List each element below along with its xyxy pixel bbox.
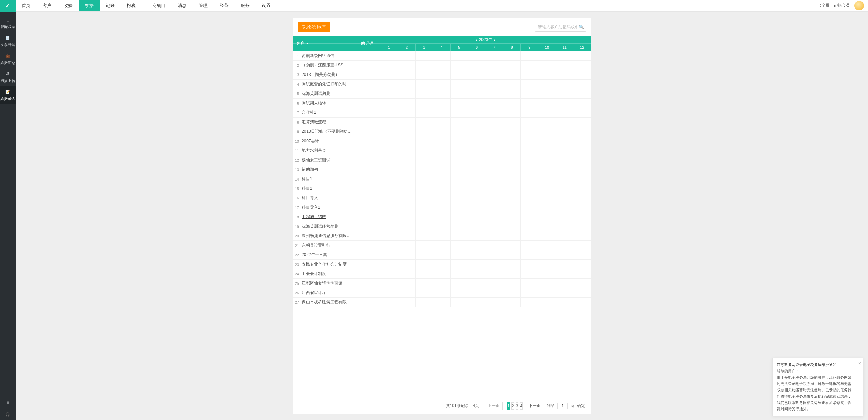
cell[interactable] (468, 212, 486, 222)
cell[interactable] (468, 203, 486, 212)
cell[interactable] (538, 51, 556, 60)
cell[interactable] (538, 61, 556, 70)
cell[interactable] (451, 250, 468, 259)
cell[interactable] (398, 155, 416, 165)
cell[interactable] (538, 231, 556, 240)
cell[interactable] (468, 174, 486, 184)
cell[interactable] (433, 51, 451, 60)
sidebar-download[interactable]: 🖥 (0, 397, 16, 408)
cell[interactable] (556, 108, 574, 117)
cell[interactable] (538, 155, 556, 165)
cell[interactable] (573, 241, 591, 250)
cell[interactable] (538, 241, 556, 250)
cell[interactable] (416, 260, 433, 269)
cell[interactable] (521, 118, 538, 127)
pager-goto-input[interactable] (557, 403, 568, 410)
nav-item-11[interactable]: 设置 (256, 0, 277, 11)
cell[interactable] (486, 136, 504, 146)
cell[interactable] (380, 127, 398, 136)
cell[interactable] (451, 222, 468, 231)
cell[interactable] (486, 155, 504, 165)
cell[interactable] (451, 99, 468, 108)
cell[interactable] (416, 99, 433, 108)
cell[interactable] (556, 80, 574, 89)
cell[interactable] (451, 298, 468, 307)
cell[interactable] (380, 118, 398, 127)
cell[interactable] (573, 260, 591, 269)
cell[interactable] (398, 127, 416, 136)
cell[interactable] (538, 288, 556, 297)
cell[interactable] (503, 288, 521, 297)
cell[interactable] (503, 89, 521, 98)
cell[interactable] (416, 51, 433, 60)
cell[interactable] (556, 241, 574, 250)
cell[interactable] (573, 279, 591, 288)
cell[interactable] (451, 184, 468, 193)
cell[interactable] (486, 165, 504, 174)
cell[interactable] (380, 260, 398, 269)
customer-name[interactable]: 工程施工结转 (300, 214, 354, 220)
nav-item-6[interactable]: 工商项目 (142, 0, 172, 11)
cell[interactable] (398, 288, 416, 297)
cell[interactable] (556, 61, 574, 70)
cell[interactable] (486, 184, 504, 193)
app-logo[interactable] (0, 0, 16, 12)
cell[interactable] (503, 146, 521, 155)
cell[interactable] (486, 61, 504, 70)
cell[interactable] (433, 184, 451, 193)
cell[interactable] (468, 108, 486, 117)
cell[interactable] (573, 231, 591, 240)
cell[interactable] (503, 212, 521, 222)
cell[interactable] (538, 184, 556, 193)
cell[interactable] (433, 108, 451, 117)
pager-page-2[interactable]: 2 (511, 402, 514, 410)
cell[interactable] (556, 279, 574, 288)
cell[interactable] (416, 250, 433, 259)
cell[interactable] (503, 80, 521, 89)
cell[interactable] (451, 231, 468, 240)
month-header-2[interactable]: 2 (398, 44, 416, 51)
cell[interactable] (433, 241, 451, 250)
cell[interactable] (521, 269, 538, 278)
cell[interactable] (486, 241, 504, 250)
cell[interactable] (416, 193, 433, 203)
cell[interactable] (503, 155, 521, 165)
cell[interactable] (398, 146, 416, 155)
cell[interactable] (416, 61, 433, 70)
cell[interactable] (468, 298, 486, 307)
cell[interactable] (468, 80, 486, 89)
cell[interactable] (538, 118, 556, 127)
cell[interactable] (521, 80, 538, 89)
cell[interactable] (538, 174, 556, 184)
cell[interactable] (433, 136, 451, 146)
cell[interactable] (486, 70, 504, 79)
cell[interactable] (380, 269, 398, 278)
cell[interactable] (486, 146, 504, 155)
cell[interactable] (573, 212, 591, 222)
cell[interactable] (573, 298, 591, 307)
cell[interactable] (416, 108, 433, 117)
month-header-9[interactable]: 9 (521, 44, 538, 51)
cell[interactable] (433, 288, 451, 297)
cell[interactable] (451, 193, 468, 203)
cell[interactable] (398, 241, 416, 250)
cell[interactable] (416, 288, 433, 297)
cell[interactable] (556, 212, 574, 222)
cell[interactable] (486, 288, 504, 297)
cell[interactable] (468, 279, 486, 288)
cell[interactable] (521, 155, 538, 165)
cell[interactable] (451, 70, 468, 79)
cell[interactable] (380, 184, 398, 193)
cell[interactable] (468, 89, 486, 98)
pager-page-3[interactable]: 3 (516, 402, 519, 410)
cell[interactable] (398, 212, 416, 222)
cell[interactable] (468, 155, 486, 165)
cell[interactable] (573, 203, 591, 212)
cell[interactable] (398, 51, 416, 60)
cell[interactable] (556, 231, 574, 240)
cell[interactable] (503, 136, 521, 146)
cell[interactable] (451, 108, 468, 117)
search-icon[interactable]: 🔍 (579, 25, 584, 29)
sidebar-item-4[interactable]: 📝票据录入 (0, 86, 16, 104)
cell[interactable] (380, 70, 398, 79)
